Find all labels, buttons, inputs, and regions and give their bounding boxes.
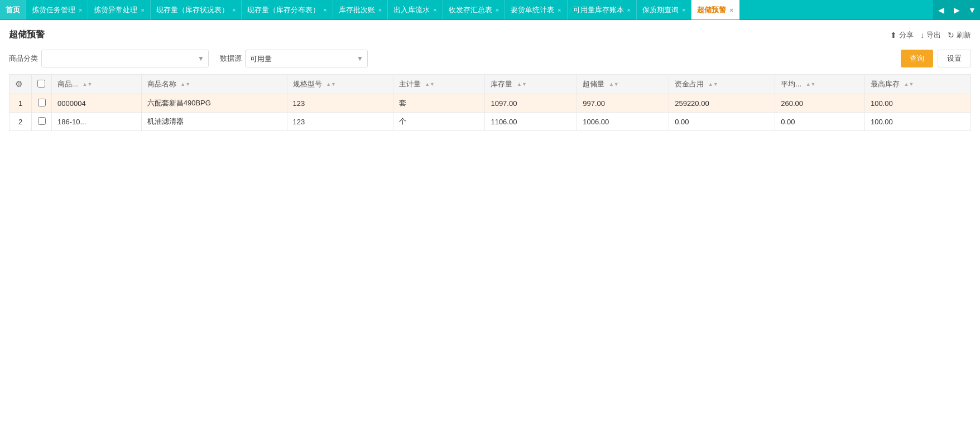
- nav-pick-exception[interactable]: 拣货异常处理 ×: [88, 0, 150, 20]
- th-checkbox: [32, 75, 52, 94]
- close-expiry[interactable]: ×: [682, 7, 685, 13]
- nav-pick-task[interactable]: 拣货任务管理 ×: [26, 0, 88, 20]
- th-max-stock-label: 最高库存: [871, 80, 900, 88]
- close-available-ledger[interactable]: ×: [627, 7, 631, 13]
- row-2-stock: 1106.00: [485, 113, 577, 131]
- table-row: 1 0000004 六配套新昌490BPG 123 套 1097.00 997.…: [9, 94, 971, 113]
- nav-arrows: ◀ ▶ ▼: [933, 0, 980, 20]
- settings-button[interactable]: 设置: [938, 50, 971, 67]
- nav-arrow-more[interactable]: ▼: [964, 0, 980, 20]
- datasource-select[interactable]: 可用量 库存量: [245, 50, 368, 67]
- th-settings: ⚙: [9, 75, 32, 94]
- category-filter-group: 商品分类 ▼: [9, 50, 209, 67]
- row-1-checkbox[interactable]: [38, 99, 46, 106]
- page-content: 超储预警 ⬆ 分享 ↓ 导出 ↻ 刷新 商品分类 ▼: [0, 20, 980, 446]
- export-button[interactable]: ↓ 导出: [920, 30, 941, 40]
- row-1-avg: 260.00: [775, 94, 865, 113]
- header-actions: ⬆ 分享 ↓ 导出 ↻ 刷新: [890, 30, 971, 40]
- row-1-spec: 123: [287, 94, 393, 113]
- datasource-filter-group: 数据源 可用量 库存量 ▼: [220, 50, 368, 67]
- row-2-capital: 0.00: [669, 113, 775, 131]
- sort-unit-icon: ▲▼: [425, 82, 435, 87]
- page-header: 超储预警 ⬆ 分享 ↓ 导出 ↻ 刷新: [9, 29, 971, 41]
- refresh-icon: ↻: [948, 31, 954, 40]
- row-2-code: 186-10...: [52, 113, 142, 131]
- nav-order-stats[interactable]: 要货单统计表 ×: [505, 0, 567, 20]
- th-name[interactable]: 商品名称 ▲▼: [141, 75, 287, 94]
- th-capital[interactable]: 资金占用 ▲▼: [669, 75, 775, 94]
- th-stock-label: 库存量: [491, 80, 512, 88]
- th-spec[interactable]: 规格型号 ▲▼: [287, 75, 393, 94]
- nav-stock-dist[interactable]: 现存量（库存分布表） ×: [242, 0, 333, 20]
- sort-max-stock-icon: ▲▼: [904, 82, 914, 87]
- share-button[interactable]: ⬆ 分享: [890, 30, 914, 40]
- close-batch-ledger[interactable]: ×: [378, 7, 382, 13]
- th-unit-label: 主计量: [399, 80, 421, 88]
- close-stock-dist[interactable]: ×: [323, 7, 326, 13]
- th-avg[interactable]: 平均... ▲▼: [775, 75, 865, 94]
- nav-overstock[interactable]: 超储预警 ×: [691, 0, 739, 20]
- th-overstock-label: 超储量: [583, 80, 604, 88]
- row-2-unit: 个: [393, 113, 485, 131]
- refresh-button[interactable]: ↻ 刷新: [948, 30, 971, 40]
- row-2-name: 机油滤清器: [141, 113, 287, 131]
- category-select[interactable]: [41, 50, 209, 67]
- sort-avg-icon: ▲▼: [806, 82, 816, 87]
- table-row: 2 186-10... 机油滤清器 123 个 1106.00 1006.00 …: [9, 113, 971, 131]
- settings-gear-icon[interactable]: ⚙: [15, 79, 22, 89]
- query-button[interactable]: 查询: [901, 50, 933, 67]
- row-2-avg: 0.00: [775, 113, 865, 131]
- datasource-select-wrapper: 可用量 库存量 ▼: [245, 50, 368, 67]
- close-inout-flow[interactable]: ×: [433, 7, 436, 13]
- nav-arrow-left[interactable]: ◀: [933, 0, 949, 20]
- nav-expiry[interactable]: 保质期查询 ×: [637, 0, 691, 20]
- row-1-capital: 259220.00: [669, 94, 775, 113]
- nav-inout-flow[interactable]: 出入库流水 ×: [388, 0, 443, 20]
- row-1-num: 1: [9, 94, 32, 113]
- th-overstock[interactable]: 超储量 ▲▼: [577, 75, 669, 94]
- filter-row: 商品分类 ▼ 数据源 可用量 库存量 ▼ 查询 设置: [9, 50, 971, 67]
- th-unit[interactable]: 主计量 ▲▼: [393, 75, 485, 94]
- nav-batch-ledger[interactable]: 库存批次账 ×: [333, 0, 388, 20]
- row-1-max-stock: 100.00: [864, 94, 971, 113]
- nav-arrow-right[interactable]: ▶: [949, 0, 964, 20]
- close-pick-task[interactable]: ×: [79, 7, 82, 13]
- table-body: 1 0000004 六配套新昌490BPG 123 套 1097.00 997.…: [9, 94, 971, 131]
- sort-name-icon: ▲▼: [180, 82, 190, 87]
- th-stock[interactable]: 库存量 ▲▼: [485, 75, 577, 94]
- category-label: 商品分类: [9, 54, 38, 64]
- th-capital-label: 资金占用: [675, 80, 704, 88]
- row-2-checkbox[interactable]: [38, 117, 46, 125]
- sort-stock-icon: ▲▼: [517, 82, 527, 87]
- th-spec-label: 规格型号: [293, 80, 322, 88]
- data-table: ⚙ 商品... ▲▼ 商品名称 ▲▼ 规格型号 ▲▼ 主计: [9, 74, 971, 131]
- nav-stock-status[interactable]: 现存量（库存状况表） ×: [151, 0, 242, 20]
- row-2-max-stock: 100.00: [864, 113, 971, 131]
- close-summary[interactable]: ×: [496, 7, 499, 13]
- row-2-num: 2: [9, 113, 32, 131]
- share-icon: ⬆: [890, 31, 897, 40]
- row-1-overstock: 997.00: [577, 94, 669, 113]
- nav-home[interactable]: 首页: [0, 0, 26, 20]
- close-overstock[interactable]: ×: [729, 7, 733, 13]
- th-avg-label: 平均...: [781, 80, 801, 88]
- row-1-stock: 1097.00: [485, 94, 577, 113]
- nav-summary[interactable]: 收发存汇总表 ×: [443, 0, 505, 20]
- row-1-checkbox-cell: [32, 94, 52, 113]
- row-2-overstock: 1006.00: [577, 113, 669, 131]
- page-title: 超储预警: [9, 29, 45, 41]
- th-name-label: 商品名称: [147, 80, 176, 88]
- close-pick-exception[interactable]: ×: [141, 7, 144, 13]
- row-1-code: 0000004: [52, 94, 142, 113]
- th-code-label: 商品...: [57, 80, 78, 88]
- th-code[interactable]: 商品... ▲▼: [52, 75, 142, 94]
- th-max-stock[interactable]: 最高库存 ▲▼: [864, 75, 971, 94]
- close-order-stats[interactable]: ×: [558, 7, 561, 13]
- table-header: ⚙ 商品... ▲▼ 商品名称 ▲▼ 规格型号 ▲▼ 主计: [9, 75, 971, 94]
- close-stock-status[interactable]: ×: [232, 7, 236, 13]
- sort-overstock-icon: ▲▼: [609, 82, 619, 87]
- export-icon: ↓: [920, 31, 924, 40]
- row-1-unit: 套: [393, 94, 485, 113]
- nav-available-ledger[interactable]: 可用量库存账本 ×: [568, 0, 637, 20]
- select-all-checkbox[interactable]: [37, 80, 45, 88]
